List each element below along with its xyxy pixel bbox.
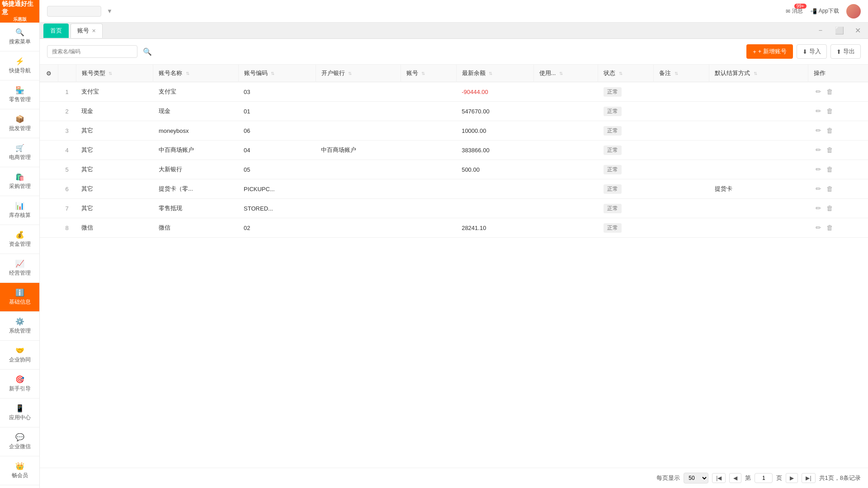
sidebar-item-basic-info[interactable]: ℹ️ 基础信息: [0, 283, 39, 312]
add-account-button[interactable]: + + 新增账号: [746, 44, 793, 59]
edit-button[interactable]: ✏: [814, 145, 823, 155]
row-bank-cell: 中百商场账户: [316, 141, 401, 160]
delete-button[interactable]: 🗑: [825, 223, 835, 232]
search-icon: 🔍: [143, 48, 152, 56]
row-usage-cell: [533, 82, 598, 102]
sidebar-item-label: 应用中心: [9, 414, 31, 421]
row-bank-cell: [316, 160, 401, 179]
user-avatar[interactable]: [846, 4, 861, 19]
row-usage-cell: [533, 141, 598, 160]
row-status-cell: 正常: [598, 121, 654, 141]
page-size-select[interactable]: 50 20 100: [684, 473, 708, 483]
row-usage-cell: [533, 199, 598, 218]
sidebar-item-purchase-mgmt[interactable]: 🛍️ 采购管理: [0, 167, 39, 196]
delete-button[interactable]: 🗑: [825, 203, 835, 213]
sidebar-item-label: 批发管理: [9, 125, 31, 131]
dropdown-chevron-icon[interactable]: ▼: [107, 8, 113, 14]
page-first-button[interactable]: |◀: [712, 473, 726, 483]
col-code[interactable]: 账号编码 ⇅: [238, 65, 316, 82]
sidebar-item-quick-nav[interactable]: ⚡ 快捷导航: [0, 52, 39, 80]
app-download-label: App下载: [819, 7, 839, 15]
row-status-cell: 正常: [598, 102, 654, 121]
delete-button[interactable]: 🗑: [825, 87, 835, 96]
sidebar-item-label: 基础信息: [9, 299, 31, 305]
row-usage-cell: [533, 102, 598, 121]
messages-button[interactable]: ✉ 消息 99+: [786, 7, 803, 15]
sidebar-item-system-mgmt[interactable]: ⚙️ 系统管理: [0, 312, 39, 341]
col-settings[interactable]: ⚙: [40, 65, 58, 82]
col-balance[interactable]: 最新余额 ⇅: [456, 65, 533, 82]
sidebar-item-search-menu[interactable]: 🔍 搜索菜单: [0, 23, 39, 52]
delete-button[interactable]: 🗑: [825, 106, 835, 116]
sidebar-item-wholesale-mgmt[interactable]: 📦 批发管理: [0, 109, 39, 138]
sidebar-item-vip[interactable]: 👑 畅会员: [0, 456, 39, 485]
sidebar-item-operations-mgmt[interactable]: 📈 经营管理: [0, 254, 39, 283]
col-usage[interactable]: 使用... ⇅: [533, 65, 598, 82]
delete-button[interactable]: 🗑: [825, 126, 835, 135]
col-default-settlement[interactable]: 默认结算方式 ⇅: [709, 65, 808, 82]
delete-button[interactable]: 🗑: [825, 164, 835, 174]
col-bank[interactable]: 开户银行 ⇅: [316, 65, 401, 82]
tab-home[interactable]: 首页: [43, 23, 69, 38]
col-status[interactable]: 状态 ⇅: [598, 65, 654, 82]
table-row: 4 其它 中百商场账户 04 中百商场账户 383866.00 正常 ✏ 🗑: [40, 141, 868, 160]
edit-button[interactable]: ✏: [814, 106, 823, 116]
sidebar-item-label: 新手引导: [9, 385, 31, 392]
row-code-cell: 02: [238, 218, 316, 238]
sidebar-item-beginner-guide[interactable]: 🎯 新手引导: [0, 370, 39, 399]
sidebar-item-retail-mgmt[interactable]: 🏪 零售管理: [0, 80, 39, 109]
actions-row: + + 新增账号 ⬇ 导入 ⬆ 导出: [746, 44, 861, 59]
delete-button[interactable]: 🗑: [825, 184, 835, 193]
table-row: 5 其它 大新银行 05 500.00 正常 ✏ 🗑: [40, 160, 868, 179]
window-maximize-button[interactable]: ⬜: [831, 24, 848, 37]
import-button[interactable]: ⬇ 导入: [797, 44, 827, 59]
edit-button[interactable]: ✏: [814, 164, 823, 174]
col-type[interactable]: 账号类型 ⇅: [76, 65, 153, 82]
edit-button[interactable]: ✏: [814, 223, 823, 233]
row-num-cell: 2: [58, 102, 76, 121]
sidebar-item-enterprise-agreement[interactable]: 🤝 企业协同: [0, 341, 39, 370]
row-code-cell: 05: [238, 160, 316, 179]
edit-button[interactable]: ✏: [814, 126, 823, 136]
search-button[interactable]: 🔍: [141, 46, 154, 58]
edit-button[interactable]: ✏: [814, 203, 823, 213]
row-account-cell: [401, 82, 456, 102]
row-code-cell: 04: [238, 141, 316, 160]
col-remark[interactable]: 备注 ⇅: [654, 65, 709, 82]
sidebar-item-app-center[interactable]: 📱 应用中心: [0, 399, 39, 427]
main-area: ▼ ✉ 消息 99+ 📲 App下载 首页 账号 ✕ － ⬜ ✕: [40, 0, 868, 488]
tab-close-icon[interactable]: ✕: [92, 28, 96, 34]
row-usage-cell: [533, 160, 598, 179]
col-operation: 操作: [808, 65, 868, 82]
row-settings-cell: [40, 179, 58, 199]
col-name[interactable]: 账号名称 ⇅: [153, 65, 238, 82]
page-prev-button[interactable]: ◀: [729, 473, 741, 483]
sidebar-item-label: 快捷导航: [9, 67, 31, 74]
sidebar-item-label: 企业协同: [9, 357, 31, 363]
row-bank-cell: [316, 199, 401, 218]
app-download-icon: 📲: [810, 8, 817, 14]
page-number-input[interactable]: [755, 473, 773, 483]
delete-button[interactable]: 🗑: [825, 145, 835, 155]
edit-button[interactable]: ✏: [814, 184, 823, 194]
page-next-button[interactable]: ▶: [786, 473, 798, 483]
search-row: 🔍: [47, 45, 154, 58]
col-account[interactable]: 账号 ⇅: [401, 65, 456, 82]
add-account-label: + 新增账号: [758, 47, 787, 56]
sidebar-item-enterprise-wechat[interactable]: 💬 企业微信: [0, 427, 39, 456]
inventory-icon: 📊: [4, 202, 36, 210]
app-download-button[interactable]: 📲 App下载: [810, 7, 839, 15]
window-minimize-button[interactable]: －: [813, 24, 828, 37]
sidebar-item-finance-mgmt[interactable]: 💰 资金管理: [0, 225, 39, 254]
app-logo: 畅捷通好生意 乐惠版: [0, 0, 39, 23]
sidebar-item-inventory[interactable]: 📊 库存核算: [0, 196, 39, 225]
edit-button[interactable]: ✏: [814, 87, 823, 97]
page-last-button[interactable]: ▶|: [802, 473, 815, 483]
search-input[interactable]: [47, 45, 137, 58]
pagination: 每页显示 50 20 100 |◀ ◀ 第 页 ▶ ▶| 共1页，8条记录: [40, 468, 868, 488]
export-button[interactable]: ⬆ 导出: [830, 44, 861, 59]
sidebar-item-ecommerce-mgmt[interactable]: 🛒 电商管理: [0, 138, 39, 167]
top-search-input[interactable]: [47, 6, 101, 17]
tab-account[interactable]: 账号 ✕: [71, 23, 103, 38]
window-close-button[interactable]: ✕: [851, 24, 864, 37]
